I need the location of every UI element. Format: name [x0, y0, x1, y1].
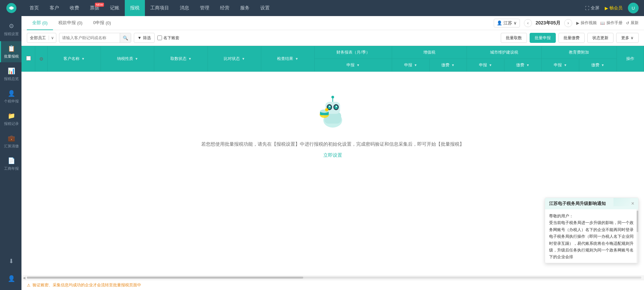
fin-declare-filter-icon[interactable]: ▼: [357, 63, 360, 67]
th-vat-pay: 缴费 ▼: [429, 59, 467, 72]
sidebar-item-settlement[interactable]: 💼 汇算清缴: [0, 131, 21, 152]
tax-summary-icon: 📊: [7, 67, 15, 75]
sidebar-item-annual-report[interactable]: 📄 工商年报: [0, 153, 21, 174]
vat-pay-filter-icon[interactable]: ▼: [451, 63, 455, 67]
sidebar: ⚙ 报税设置 📋 批量报税 📊 报税总览 👤 个税申报 📁 报税记录 💼 汇算清…: [0, 16, 21, 290]
employee-chevron-icon[interactable]: ∨: [49, 35, 56, 40]
compare-filter-icon[interactable]: ▼: [241, 57, 245, 61]
scroll-thumb: [27, 277, 303, 279]
tab-declare[interactable]: 税款申报 (0): [53, 16, 88, 30]
personal-tax-icon: 👤: [7, 89, 15, 97]
nav-customer[interactable]: 客户: [44, 0, 64, 16]
date-navigation: ‹ 2023年05月 ›: [524, 19, 572, 27]
avatar[interactable]: U: [628, 3, 639, 13]
batch-pay-button[interactable]: 批量缴费: [558, 33, 585, 43]
nav-home[interactable]: 首页: [24, 0, 44, 16]
edu-pay-filter-icon[interactable]: ▼: [601, 63, 604, 67]
nav-operation[interactable]: 经营: [215, 0, 235, 16]
column-settings-icon[interactable]: ⚙: [38, 56, 45, 62]
status-update-button[interactable]: 状态更新: [587, 33, 613, 43]
notification-close-button[interactable]: ×: [631, 201, 634, 207]
horizontal-scrollbar[interactable]: ◀: [21, 275, 644, 280]
fullscreen-button[interactable]: ⛶ 全屏: [585, 5, 599, 11]
settlement-icon: 💼: [7, 134, 15, 142]
notification-header: 江苏电子税务局升级影响通知 ×: [545, 198, 638, 209]
vat-declare-filter-icon[interactable]: ▼: [414, 63, 417, 67]
th-city-construction: 城市维护建设税: [467, 46, 542, 59]
search-button[interactable]: 🔍: [120, 33, 131, 43]
sidebar-bottom: ⬇ 👤: [0, 254, 21, 290]
svg-point-12: [331, 96, 334, 98]
sidebar-item-personal-tax[interactable]: 👤 个税申报: [0, 86, 21, 107]
nav-message[interactable]: 消息: [174, 0, 195, 16]
sidebar-item-batch-tax[interactable]: 📋 批量报税: [0, 41, 21, 62]
batch-fetch-button[interactable]: 批量取数: [501, 33, 527, 43]
date-next-button[interactable]: ›: [564, 19, 572, 27]
nav-manage[interactable]: 管理: [195, 0, 215, 16]
sidebar-item-tax-settings[interactable]: ⚙ 报税设置: [0, 19, 21, 40]
nav-business[interactable]: 工商项目: [145, 0, 174, 16]
scroll-track[interactable]: [27, 277, 641, 279]
nav-accounting[interactable]: 记账: [105, 0, 125, 16]
toolbar: 全部员工 ∨ 🔍 ▼ 筛选 名下账套 批量取数: [21, 30, 644, 46]
tab-zero-declare[interactable]: 0申报 (0): [88, 16, 116, 30]
th-check-result: 检查结果 ▼: [261, 46, 314, 72]
tab-all[interactable]: 全部 (0): [27, 16, 53, 30]
annual-report-icon: 📄: [7, 157, 15, 165]
data-table: ⚙ 客户名称 ▼ 纳税性质 ▼ 取数状态 ▼ 比对状态 ▼: [21, 46, 644, 72]
fetch-filter-icon[interactable]: ▼: [188, 57, 192, 61]
employee-selector[interactable]: 全部员工 ∨: [27, 33, 56, 43]
tax-nature-filter-icon[interactable]: ▼: [135, 57, 138, 61]
nav-tax[interactable]: 报税: [125, 0, 145, 16]
more-button[interactable]: 更多 ∨: [616, 33, 639, 43]
app-logo[interactable]: [5, 2, 17, 14]
robot-illustration: [313, 92, 353, 132]
nav-invoice[interactable]: 票据 NEW: [85, 0, 105, 16]
check-filter-icon[interactable]: ▼: [295, 57, 299, 61]
nav-service[interactable]: 服务: [235, 0, 255, 16]
date-display: 2023年05月: [535, 20, 561, 26]
search-icon: 🔍: [123, 35, 128, 41]
notification-title: 江苏电子税务局升级影响通知: [549, 201, 606, 207]
top-right-actions: ⛶ 全屏 ▶ 畅会员 U: [585, 3, 639, 13]
empty-state-message: 若您想使用批量报税功能，请先在【报税设置】中进行报税的初始化设置，完成密码验证和…: [201, 140, 464, 148]
manual-link[interactable]: 📖 操作手册: [600, 20, 623, 26]
svg-point-1: [10, 7, 13, 9]
th-operation: 操作: [616, 46, 644, 72]
batch-declare-button[interactable]: 批量申报: [530, 33, 556, 43]
sidebar-item-user[interactable]: 👤: [0, 271, 21, 287]
video-link[interactable]: ▶ 操作视频: [576, 20, 597, 26]
province-selector[interactable]: 👤 江苏 ∨: [494, 19, 520, 27]
sidebar-item-download[interactable]: ⬇: [0, 254, 21, 270]
more-chevron-icon: ∨: [631, 35, 634, 40]
account-checkbox[interactable]: [157, 35, 162, 40]
date-prev-button[interactable]: ‹: [524, 19, 532, 27]
svg-point-7: [328, 105, 331, 109]
nav-settings[interactable]: 设置: [255, 0, 275, 16]
member-button[interactable]: ▶ 畅会员: [605, 5, 623, 11]
search-input[interactable]: [59, 35, 120, 40]
scroll-left-icon[interactable]: ◀: [23, 276, 25, 280]
edu-declare-filter-icon[interactable]: ▼: [564, 63, 567, 67]
member-icon: ▶: [605, 6, 608, 11]
tabs-bar: 全部 (0) 税款申报 (0) 0申报 (0) 👤 江苏 ∨ ‹ 2023年0: [21, 16, 644, 30]
sidebar-item-tax-records[interactable]: 📁 报税记录: [0, 108, 21, 130]
customer-filter-icon[interactable]: ▼: [82, 57, 85, 61]
notification-body: 尊敬的用户：受当前电子税务局进一步升级的影响，同一个政务网账号（办税人）名下的企…: [545, 209, 638, 263]
svg-point-8: [334, 105, 338, 109]
bottom-warning-bar: ⚠ 验证账密、采集信息均成功的企业才会流转至批量报税页面中: [21, 280, 644, 290]
refresh-link[interactable]: ↺ 展新: [626, 20, 639, 26]
sidebar-item-tax-summary[interactable]: 📊 报税总览: [0, 64, 21, 85]
city-declare-filter-icon[interactable]: ▼: [489, 63, 492, 67]
th-fetch-status: 取数状态 ▼: [154, 46, 208, 72]
account-checkbox-label[interactable]: 名下账套: [157, 35, 179, 41]
setup-link[interactable]: 立即设置: [323, 152, 342, 158]
nav-billing[interactable]: 收费: [64, 0, 85, 16]
video-icon: ▶: [576, 21, 579, 25]
filter-button[interactable]: ▼ 筛选: [134, 33, 155, 43]
select-all-checkbox[interactable]: [26, 56, 31, 61]
th-city-pay: 缴费 ▼: [504, 59, 542, 72]
notification-text: 尊敬的用户：受当前电子税务局进一步升级的影响，同一个政务网账号（办税人）名下的企…: [549, 214, 634, 259]
batch-tax-icon: 📋: [7, 45, 15, 53]
city-pay-filter-icon[interactable]: ▼: [526, 63, 530, 67]
